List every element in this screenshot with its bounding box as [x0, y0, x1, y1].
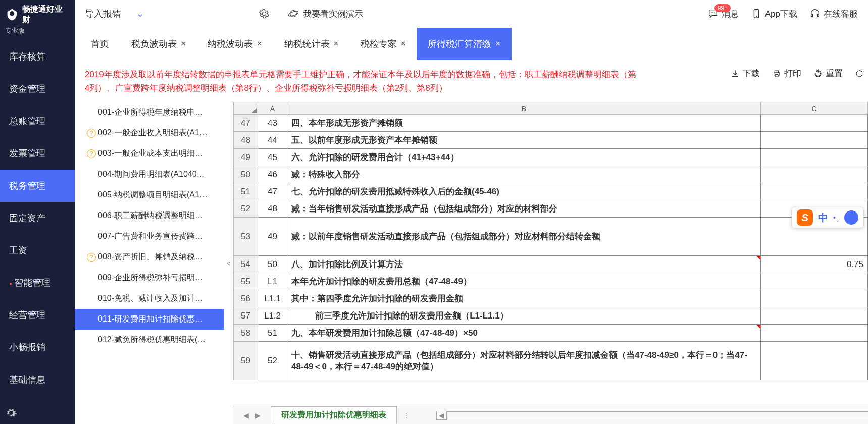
- tree-item[interactable]: 009-企业所得税弥补亏损明…: [75, 268, 224, 288]
- cell[interactable]: [761, 290, 868, 307]
- tree-item[interactable]: 006-职工薪酬纳税调整明细…: [75, 205, 224, 226]
- cell[interactable]: 47: [258, 183, 287, 200]
- row-header[interactable]: 47: [234, 115, 258, 132]
- cell[interactable]: 51: [258, 325, 287, 342]
- cell[interactable]: 六、允许扣除的研发费用合计（41+43+44）: [287, 149, 761, 166]
- cell[interactable]: [761, 183, 868, 200]
- cell[interactable]: [761, 342, 868, 380]
- ime-float-widget[interactable]: S 中 •ˏ: [791, 207, 864, 228]
- nav-item[interactable]: 基础信息: [0, 363, 75, 396]
- cell[interactable]: 前三季度允许加计扣除的研发费用金额（L1-L1.1）: [287, 307, 761, 325]
- more-button[interactable]: [855, 69, 864, 78]
- row-header[interactable]: 54: [234, 256, 258, 273]
- settings-icon[interactable]: [5, 407, 17, 419]
- tab[interactable]: 纳税统计表×: [273, 28, 349, 60]
- tree-item[interactable]: 003-一般企业成本支出明细…: [75, 143, 224, 164]
- col-header-b[interactable]: B: [287, 102, 761, 115]
- cell[interactable]: 七、允许扣除的研发费用抵减特殊收入后的金额(45-46): [287, 183, 761, 200]
- cell[interactable]: L1: [258, 273, 287, 290]
- col-header-a[interactable]: A: [258, 102, 287, 115]
- cell[interactable]: [761, 115, 868, 132]
- cell[interactable]: 减：当年销售研发活动直接形成产品（包括组成部分）对应的材料部分: [287, 200, 761, 218]
- nav-item[interactable]: 经营管理: [0, 299, 75, 331]
- app-download-button[interactable]: App下载: [751, 8, 797, 20]
- cell[interactable]: 52: [258, 342, 287, 380]
- nav-item[interactable]: 资金管理: [0, 73, 75, 105]
- row-header[interactable]: 52: [234, 200, 258, 218]
- cell[interactable]: 九、本年研发费用加计扣除总额（47-48-49）×50: [287, 325, 761, 342]
- nav-item[interactable]: 工资: [0, 234, 75, 267]
- tree-item[interactable]: 004-期间费用明细表(A1040…: [75, 164, 224, 185]
- message-button[interactable]: 99+ 消息: [707, 8, 739, 20]
- download-button[interactable]: 下载: [731, 68, 760, 79]
- cell[interactable]: 45: [258, 149, 287, 166]
- grid[interactable]: A B C 4743四、本年形成无形资产摊销额4844五、以前年度形成无形资产本…: [233, 102, 868, 406]
- cell[interactable]: 0.75: [761, 256, 868, 273]
- tree-item[interactable]: 011-研发费用加计扣除优惠…: [75, 309, 224, 330]
- row-header[interactable]: 50: [234, 166, 258, 183]
- tree-item[interactable]: 012-减免所得税优惠明细表(…: [75, 330, 224, 350]
- cell[interactable]: [761, 166, 868, 183]
- tree-item[interactable]: 010-免税、减计收入及加计…: [75, 288, 224, 309]
- cell[interactable]: 44: [258, 132, 287, 149]
- tree-item[interactable]: 002-一般企业收入明细表(A1…: [75, 123, 224, 143]
- sheet-tab[interactable]: 研发费用加计扣除优惠明细表: [271, 406, 397, 423]
- cell[interactable]: [761, 132, 868, 149]
- tab[interactable]: 税负波动表×: [120, 28, 196, 60]
- cell[interactable]: L1.2: [258, 307, 287, 325]
- scroll-left-icon[interactable]: ◀: [436, 411, 447, 420]
- cell[interactable]: [761, 149, 868, 166]
- print-button[interactable]: 打印: [772, 68, 801, 79]
- cell[interactable]: [761, 307, 868, 325]
- cell[interactable]: L1.1: [258, 290, 287, 307]
- close-icon[interactable]: ×: [257, 39, 262, 48]
- tree-item[interactable]: 005-纳税调整项目明细表(A1…: [75, 185, 224, 205]
- tab[interactable]: 纳税波动表×: [196, 28, 273, 60]
- close-icon[interactable]: ×: [181, 39, 185, 48]
- tree-item[interactable]: 001-企业所得税年度纳税申…: [75, 102, 224, 123]
- cell[interactable]: 46: [258, 166, 287, 183]
- cell[interactable]: 十、销售研发活动直接形成产品（包括组成部分）对应材料部分结转以后年度扣减金额（当…: [287, 342, 761, 380]
- collapse-handle[interactable]: «: [224, 102, 233, 424]
- nav-item[interactable]: 总账管理: [0, 105, 75, 137]
- tab[interactable]: 首页: [80, 28, 120, 60]
- tab[interactable]: 所得税汇算清缴×: [417, 28, 511, 60]
- sheet-next-icon[interactable]: ▶: [255, 411, 261, 419]
- cell[interactable]: 八、加计扣除比例及计算方法: [287, 256, 761, 273]
- nav-item[interactable]: 智能管理: [0, 267, 75, 299]
- cell[interactable]: 50: [258, 256, 287, 273]
- module-selector[interactable]: 导入报错 ⌄: [85, 6, 251, 22]
- nav-item[interactable]: 小畅报销: [0, 331, 75, 363]
- close-icon[interactable]: ×: [334, 39, 338, 48]
- tab[interactable]: 税检专家×: [349, 28, 417, 60]
- online-service-button[interactable]: 在线客服: [809, 8, 858, 20]
- row-header[interactable]: 58: [234, 325, 258, 342]
- row-header[interactable]: 56: [234, 290, 258, 307]
- nav-item[interactable]: 固定资产: [0, 202, 75, 234]
- nav-item[interactable]: 发票管理: [0, 137, 75, 170]
- cell[interactable]: [761, 325, 868, 342]
- cell[interactable]: [761, 273, 868, 290]
- select-all-corner[interactable]: [234, 102, 258, 115]
- row-header[interactable]: 59: [234, 342, 258, 380]
- cell[interactable]: 43: [258, 115, 287, 132]
- tree-item[interactable]: 008-资产折旧、摊销及纳税…: [75, 247, 224, 268]
- close-icon[interactable]: ×: [401, 39, 405, 48]
- col-header-c[interactable]: C: [761, 102, 868, 115]
- demo-link[interactable]: 我要看实例演示: [288, 8, 363, 20]
- horizontal-scrollbar[interactable]: ◀: [436, 411, 868, 420]
- row-header[interactable]: 49: [234, 149, 258, 166]
- sheet-prev-icon[interactable]: ◀: [243, 411, 249, 419]
- row-header[interactable]: 53: [234, 218, 258, 256]
- row-header[interactable]: 55: [234, 273, 258, 290]
- cell[interactable]: 本年允许加计扣除的研发费用总额（47-48-49）: [287, 273, 761, 290]
- row-header[interactable]: 51: [234, 183, 258, 200]
- settings-button[interactable]: [256, 5, 273, 22]
- cell[interactable]: 49: [258, 218, 287, 256]
- nav-item[interactable]: 税务管理: [0, 170, 75, 202]
- cell[interactable]: 减：以前年度销售研发活动直接形成产品（包括组成部分）对应材料部分结转金额: [287, 218, 761, 256]
- close-icon[interactable]: ×: [495, 39, 500, 48]
- cell[interactable]: 其中：第四季度允许加计扣除的研发费用金额: [287, 290, 761, 307]
- cell[interactable]: 五、以前年度形成无形资产本年摊销额: [287, 132, 761, 149]
- cell[interactable]: 48: [258, 200, 287, 218]
